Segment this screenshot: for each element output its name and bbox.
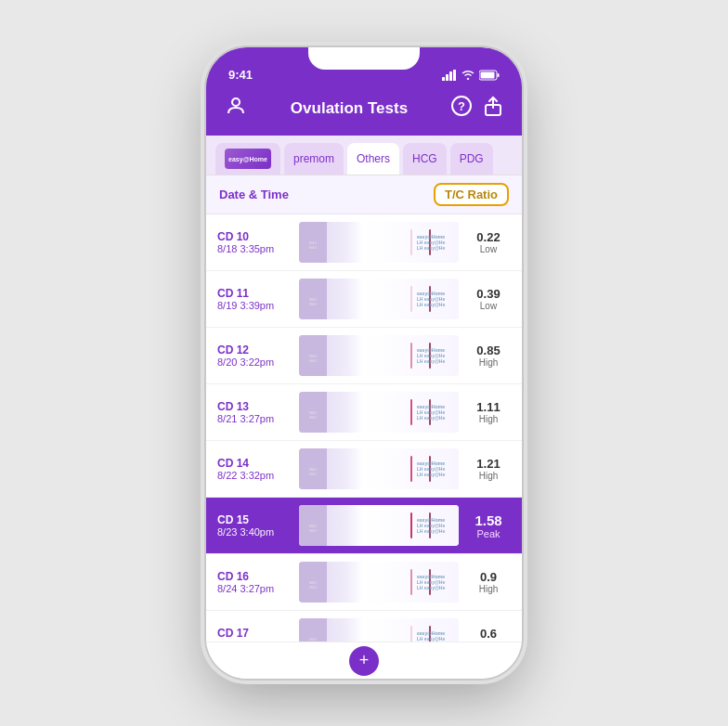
ratio-value: 0.22 — [466, 230, 511, 244]
row-ratio: 0.6 Low — [466, 627, 511, 642]
strip-brand: easy@Home LH easy@He LH easy@He — [403, 392, 459, 433]
ratio-status: High — [466, 471, 511, 481]
app-header: Ovulation Tests ? — [206, 87, 522, 136]
ratio-status: High — [466, 414, 511, 424]
test-strip: ← MAX MAX easy@Home LH easy@He LH easy@H… — [299, 448, 459, 489]
strip-main: easy@Home LH easy@He LH easy@He — [327, 562, 459, 603]
ratio-value: 0.85 — [466, 344, 511, 357]
row-cd: CD 14 — [217, 457, 292, 470]
tab-pdg[interactable]: PDG — [450, 143, 493, 175]
phone-frame: 9:41 — [206, 47, 522, 679]
row-ratio: 1.21 High — [466, 457, 511, 481]
strip-main: easy@Home LH easy@He LH easy@He — [327, 392, 459, 433]
strip-label: ← MAX MAX — [299, 222, 327, 263]
wifi-icon — [462, 70, 474, 80]
test-strip: ← MAX MAX easy@Home LH easy@He LH easy@H… — [299, 392, 459, 433]
test-strip: ← MAX MAX easy@Home LH easy@He LH easy@H… — [299, 562, 459, 603]
test-strip: ← MAX MAX easy@Home LH easy@He LH easy@H… — [299, 222, 459, 263]
row-date: CD 14 8/22 3:32pm — [217, 457, 292, 481]
row-cd: CD 11 — [217, 287, 292, 300]
row-ratio: 0.22 Low — [466, 230, 511, 254]
row-date: CD 13 8/21 3:27pm — [217, 400, 292, 424]
help-icon[interactable]: ? — [451, 96, 472, 122]
test-strip: ← MAX MAX easy@Home LH easy@He LH easy@H… — [299, 505, 459, 546]
share-icon[interactable] — [483, 96, 503, 122]
strip-main: easy@Home LH easy@He LH easy@He — [327, 222, 459, 263]
test-row[interactable]: CD 15 8/23 3:40pm ← MAX MAX easy@Home LH… — [206, 498, 522, 554]
strip-brand: easy@Home LH easy@He LH easy@He — [403, 279, 459, 319]
row-datetime: 8/22 3:32pm — [217, 470, 292, 481]
ratio-status: High — [466, 584, 511, 594]
strip-main: easy@Home LH easy@He LH easy@He — [327, 448, 459, 489]
bottom-add-button[interactable]: + — [349, 646, 379, 676]
tab-bar: easy@Home premom Others HCG PDG — [206, 136, 522, 175]
strip-label: ← MAX MAX — [299, 505, 327, 546]
strip-brand: easy@Home LH easy@He LH easy@He — [403, 562, 459, 603]
svg-rect-5 — [498, 73, 500, 77]
ratio-status: Peak — [466, 528, 511, 539]
row-datetime: 8/18 3:35pm — [217, 243, 292, 254]
svg-point-7 — [232, 98, 240, 106]
test-row[interactable]: CD 16 8/24 3:27pm ← MAX MAX easy@Home LH… — [206, 554, 522, 611]
strip-main: easy@Home LH easy@He LH easy@He — [327, 618, 459, 642]
row-date: CD 11 8/19 3:39pm — [217, 287, 292, 311]
test-row[interactable]: CD 11 8/19 3:39pm ← MAX MAX easy@Home LH… — [206, 271, 522, 328]
tab-others[interactable]: Others — [347, 143, 399, 175]
column-header: Date & Time T/C Ratio — [206, 175, 522, 214]
row-ratio: 1.58 Peak — [466, 512, 511, 539]
row-cd: CD 13 — [217, 400, 292, 413]
test-row[interactable]: CD 17 8/25 3:32pm ← MAX MAX easy@Home LH… — [206, 611, 522, 642]
ratio-value: 1.58 — [466, 512, 511, 528]
svg-rect-6 — [481, 71, 495, 78]
test-strip: ← MAX MAX easy@Home LH easy@He LH easy@H… — [299, 335, 459, 376]
tab-easyhome[interactable]: easy@Home — [215, 143, 280, 175]
test-row[interactable]: CD 12 8/20 3:22pm ← MAX MAX easy@Home LH… — [206, 328, 522, 384]
strip-main: easy@Home LH easy@He LH easy@He — [327, 279, 459, 319]
signal-icon — [442, 70, 457, 81]
strip-label: ← MAX MAX — [299, 618, 327, 642]
svg-rect-3 — [453, 70, 456, 81]
battery-icon — [479, 70, 500, 81]
row-cd: CD 16 — [217, 570, 292, 583]
row-cd: CD 12 — [217, 344, 292, 357]
row-date: CD 15 8/23 3:40pm — [217, 513, 292, 538]
bottom-bar: + — [206, 642, 522, 679]
row-datetime: 8/24 3:27pm — [217, 583, 292, 594]
phone-notch — [308, 47, 420, 70]
row-date: CD 16 8/24 3:27pm — [217, 570, 292, 594]
test-row[interactable]: CD 14 8/22 3:32pm ← MAX MAX easy@Home LH… — [206, 441, 522, 498]
strip-main: easy@Home LH easy@He LH easy@He — [327, 335, 459, 376]
test-row[interactable]: CD 13 8/21 3:27pm ← MAX MAX easy@Home LH… — [206, 384, 522, 441]
row-date: CD 17 8/25 3:32pm — [217, 627, 292, 642]
ratio-value: 1.21 — [466, 457, 511, 471]
ratio-column-header: T/C Ratio — [434, 183, 509, 206]
status-time: 9:41 — [228, 68, 253, 82]
test-list: CD 10 8/18 3:35pm ← MAX MAX easy@Home LH… — [206, 214, 522, 642]
ratio-status: Low — [466, 244, 511, 254]
strip-label: ← MAX MAX — [299, 562, 327, 603]
row-date: CD 12 8/20 3:22pm — [217, 344, 292, 368]
strip-brand: easy@Home LH easy@He LH easy@He — [403, 448, 459, 489]
strip-label: ← MAX MAX — [299, 392, 327, 433]
strip-brand: easy@Home LH easy@He LH easy@He — [403, 618, 459, 642]
ratio-status: Low — [466, 301, 511, 311]
svg-text:?: ? — [458, 99, 465, 113]
easyhome-logo: easy@Home — [225, 149, 271, 169]
test-row[interactable]: CD 10 8/18 3:35pm ← MAX MAX easy@Home LH… — [206, 214, 522, 271]
tab-premom[interactable]: premom — [284, 143, 344, 175]
date-column-header: Date & Time — [219, 188, 289, 201]
profile-icon[interactable] — [225, 95, 247, 123]
strip-label: ← MAX MAX — [299, 335, 327, 376]
ratio-value: 0.9 — [466, 570, 511, 584]
tab-hcg[interactable]: HCG — [403, 143, 447, 175]
ratio-value: 0.6 — [466, 627, 511, 641]
row-ratio: 0.85 High — [466, 344, 511, 368]
strip-main: easy@Home LH easy@He LH easy@He — [327, 505, 459, 546]
strip-label: ← MAX MAX — [299, 448, 327, 489]
row-cd: CD 17 — [217, 627, 292, 640]
status-icons — [442, 70, 500, 81]
svg-rect-0 — [442, 77, 445, 81]
strip-brand: easy@Home LH easy@He LH easy@He — [403, 222, 459, 263]
test-strip: ← MAX MAX easy@Home LH easy@He LH easy@H… — [299, 618, 459, 642]
strip-label: ← MAX MAX — [299, 279, 327, 319]
